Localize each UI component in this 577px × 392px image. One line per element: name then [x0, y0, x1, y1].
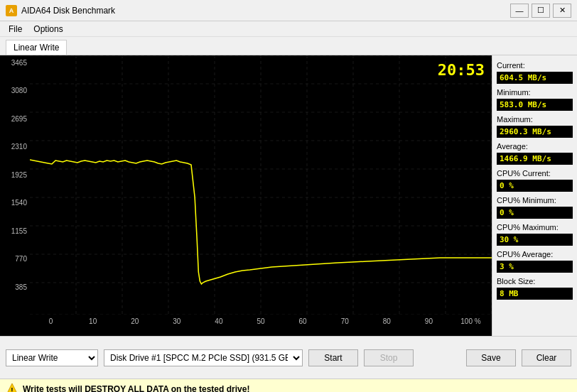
x-label-60: 60 [282, 317, 324, 325]
minimum-value: 583.0 MB/s [497, 99, 573, 111]
average-label: Average: [497, 142, 573, 151]
y-label-1155: 1155 [0, 227, 30, 235]
x-label-0: 0 [30, 317, 72, 325]
y-label-1540: 1540 [0, 199, 30, 207]
main-content: 20:53 3465 3080 2695 2310 1925 1540 1155… [0, 55, 577, 336]
cpu-minimum-value: 0 % [497, 207, 573, 219]
save-button[interactable]: Save [466, 349, 516, 366]
x-label-20: 20 [114, 317, 156, 325]
menu-bar: File Options [0, 21, 577, 37]
current-value: 604.5 MB/s [497, 72, 573, 84]
menu-options[interactable]: Options [28, 23, 68, 36]
app-icon: A [6, 5, 17, 16]
tab-bar: Linear Write [0, 37, 577, 55]
maximize-button[interactable]: ☐ [532, 4, 550, 18]
stop-button[interactable]: Stop [364, 349, 414, 366]
y-label-2310: 2310 [0, 143, 30, 151]
chart-svg [30, 55, 492, 315]
drive-select[interactable]: Disk Drive #1 [SPCC M.2 PCIe SSD] (931.5… [104, 349, 303, 366]
y-label-2695: 2695 [0, 115, 30, 123]
window-title: AIDA64 Disk Benchmark [21, 6, 115, 16]
block-size-value: 8 MB [497, 288, 573, 300]
x-label-30: 30 [156, 317, 198, 325]
x-label-10: 10 [72, 317, 114, 325]
cpu-minimum-label: CPU% Minimum: [497, 196, 573, 205]
cpu-current-label: CPU% Current: [497, 169, 573, 178]
y-label-770: 770 [0, 255, 30, 263]
x-label-70: 70 [324, 317, 366, 325]
block-size-label: Block Size: [497, 277, 573, 285]
warning-icon: ! [6, 383, 18, 393]
y-label-385: 385 [0, 283, 30, 291]
x-label-40: 40 [198, 317, 239, 325]
y-label-3465: 3465 [0, 59, 30, 67]
average-value: 1466.9 MB/s [497, 153, 573, 165]
minimum-label: Minimum: [497, 88, 573, 97]
title-bar: A AIDA64 Disk Benchmark — ☐ ✕ [0, 0, 577, 21]
bottom-controls: Linear Write Disk Drive #1 [SPCC M.2 PCI… [0, 336, 577, 379]
stats-panel: Current: 604.5 MB/s Minimum: 583.0 MB/s … [492, 55, 577, 336]
maximum-value: 2960.3 MB/s [497, 126, 573, 138]
x-label-80: 80 [366, 317, 408, 325]
cpu-average-label: CPU% Average: [497, 250, 573, 258]
tab-linear-write[interactable]: Linear Write [6, 40, 67, 55]
y-axis: 3465 3080 2695 2310 1925 1540 1155 770 3… [0, 55, 30, 315]
menu-file[interactable]: File [3, 23, 28, 36]
chart-area: 20:53 3465 3080 2695 2310 1925 1540 1155… [0, 55, 492, 336]
minimize-button[interactable]: — [510, 4, 529, 18]
start-button[interactable]: Start [308, 349, 358, 366]
cpu-average-value: 3 % [497, 261, 573, 273]
cpu-maximum-label: CPU% Maximum: [497, 223, 573, 232]
x-axis: 0 10 20 30 40 50 60 70 80 90 100 % [30, 315, 492, 336]
warning-bar: ! Write tests will DESTROY ALL DATA on t… [0, 379, 577, 392]
warning-text: Write tests will DESTROY ALL DATA on the… [23, 384, 249, 393]
chart-canvas [30, 55, 492, 315]
clear-button[interactable]: Clear [522, 349, 571, 366]
cpu-current-value: 0 % [497, 180, 573, 192]
x-label-50: 50 [239, 317, 281, 325]
x-label-100: 100 % [450, 317, 492, 325]
cpu-maximum-value: 30 % [497, 234, 573, 246]
close-button[interactable]: ✕ [553, 4, 571, 18]
test-select[interactable]: Linear Write [6, 349, 98, 366]
y-label-1925: 1925 [0, 171, 30, 179]
y-label-3080: 3080 [0, 87, 30, 94]
svg-text:!: ! [11, 387, 13, 393]
current-label: Current: [497, 61, 573, 70]
maximum-label: Maximum: [497, 115, 573, 124]
x-label-90: 90 [408, 317, 450, 325]
